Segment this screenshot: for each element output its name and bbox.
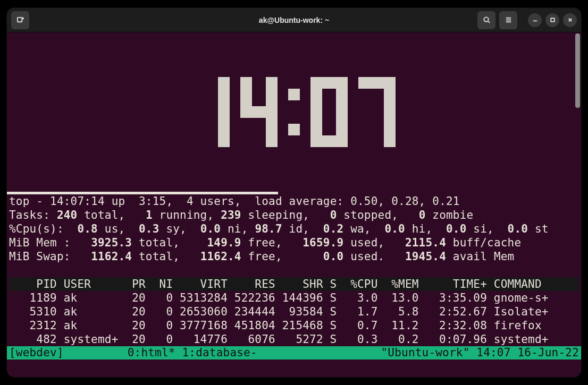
minimize-button[interactable] (528, 13, 542, 27)
blank-line (9, 263, 579, 277)
search-button[interactable] (477, 11, 495, 29)
tmux-status-bar: [webdev]0:html* 1:database-"Ubuntu-work"… (7, 346, 581, 360)
clock-digit (310, 77, 348, 147)
terminal-body[interactable]: top - 14:07:14 up 3:15, 4 users, load av… (7, 32, 581, 377)
tmux-host: "Ubuntu-work" (381, 346, 470, 359)
process-row: 2312 ak 20 0 3777168 451804 215468 S 0.7… (9, 319, 579, 332)
scrollbar[interactable] (575, 33, 580, 108)
process-row: 482 systemd+ 20 0 14776 6076 5272 S 0.3 … (9, 332, 579, 346)
clock-pane (7, 32, 581, 192)
process-row: 5310 ak 20 0 2653060 234444 93584 S 1.7 … (9, 305, 579, 319)
svg-line-4 (488, 21, 490, 23)
maximize-button[interactable] (545, 13, 559, 27)
top-line-tasks: Tasks: 240 total, 1 running, 239 sleepin… (9, 208, 579, 222)
top-line-swap: MiB Swap: 1162.4 total, 1162.4 free, 0.0… (9, 250, 579, 263)
new-tab-button[interactable] (11, 11, 29, 29)
process-row: 1189 ak 20 0 5313284 522236 144396 S 3.0… (9, 291, 579, 305)
svg-point-3 (484, 17, 488, 21)
tmux-session: [webdev] (9, 346, 64, 360)
top-line-mem: MiB Mem : 3925.3 total, 149.9 free, 1659… (9, 236, 579, 250)
tmux-windows: 0:html* 1:database- (128, 346, 257, 360)
menu-button[interactable] (499, 11, 517, 29)
top-pane: top - 14:07:14 up 3:15, 4 users, load av… (7, 194, 581, 346)
svg-rect-0 (17, 18, 21, 22)
clock-digit (192, 77, 230, 147)
close-button[interactable] (563, 13, 577, 27)
terminal-window: ak@Ubuntu-work: ~ top - 14: (7, 8, 581, 377)
clock-display (192, 77, 396, 147)
svg-rect-9 (551, 18, 554, 21)
clock-digit (358, 77, 396, 147)
tmux-datetime: 14:07 16-Jun-22 (476, 346, 579, 359)
process-header: PID USER PR NI VIRT RES SHR S %CPU %MEM … (9, 277, 579, 291)
top-line-cpu: %Cpu(s): 0.8 us, 0.3 sy, 0.0 ni, 98.7 id… (9, 222, 579, 236)
titlebar: ak@Ubuntu-work: ~ (7, 8, 581, 32)
clock-digit (240, 77, 278, 147)
top-line-1: top - 14:07:14 up 3:15, 4 users, load av… (9, 194, 579, 208)
clock-colon (288, 89, 300, 135)
